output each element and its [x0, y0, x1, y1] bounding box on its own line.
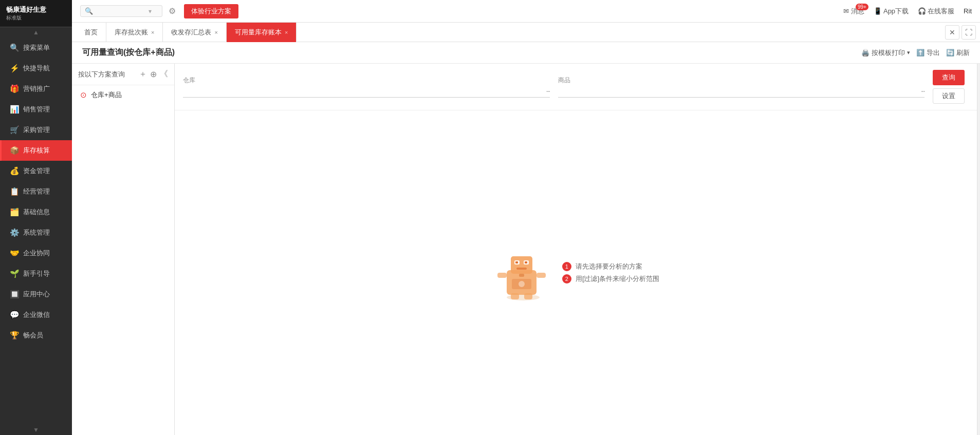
empty-tip-1: 1 请先选择要分析的方案: [562, 262, 659, 271]
tip-num-2: 2: [562, 274, 571, 283]
sidebar-item-sales-label: 销售管理: [23, 105, 50, 114]
collapse-icon[interactable]: 《: [160, 69, 168, 80]
export-btn[interactable]: ⬆️ 导出: [916, 48, 940, 58]
left-panel-item-warehouse-product[interactable]: ⊙ 仓库+商品: [72, 85, 174, 105]
page-title: 可用量查询(按仓库+商品): [82, 47, 175, 58]
sidebar-item-newbie-label: 新手引导: [23, 269, 50, 278]
page-actions: 🖨️ 按模板打印 ▾ ⬆️ 导出 🔄 刷新: [861, 48, 970, 58]
product-more-icon[interactable]: ···: [921, 87, 924, 96]
warehouse-product-label: 仓库+商品: [91, 90, 122, 100]
sidebar: 畅康通好生意 标准版 ▲ 🔍 搜索菜单 ⚡ 快捷导航 🎁 营销推广 📊 销售管理…: [0, 0, 72, 435]
sidebar-item-purchase[interactable]: 🛒 采购管理: [0, 120, 72, 140]
tab-available-qty-close[interactable]: ×: [285, 29, 288, 35]
tab-summary-close[interactable]: ×: [214, 29, 217, 35]
sidebar-item-sales[interactable]: 📊 销售管理: [0, 99, 72, 120]
svg-point-10: [519, 281, 525, 287]
sidebar-item-newbie[interactable]: 🌱 新手引导: [0, 263, 72, 284]
message-icon[interactable]: ✉ 消息 99+: [843, 7, 864, 16]
tab-batch-close[interactable]: ×: [151, 29, 154, 35]
purchase-icon: 🛒: [10, 125, 19, 135]
product-label: 商品: [558, 76, 925, 85]
refresh-label: 刷新: [956, 48, 970, 58]
filter-row: 仓库 ··· 商品 ··· 查询 设置: [175, 64, 977, 110]
sidebar-scroll-down[interactable]: ▼: [0, 425, 72, 435]
warehouse-label: 仓库: [183, 76, 550, 85]
left-panel-actions: ＋ ⊕ 《: [139, 69, 168, 80]
sidebar-menu: 🔍 搜索菜单 ⚡ 快捷导航 🎁 营销推广 📊 销售管理 🛒 采购管理 📦 库存核…: [0, 37, 72, 425]
add-icon[interactable]: ＋: [139, 69, 147, 80]
print-btn[interactable]: 🖨️ 按模板打印 ▾: [861, 48, 910, 58]
empty-state: 1 请先选择要分析的方案 2 用[过滤]条件来缩小分析范围: [175, 110, 977, 435]
warehouse-more-icon[interactable]: ···: [546, 87, 549, 96]
svg-rect-5: [515, 261, 518, 263]
topbar-search-input[interactable]: [95, 8, 146, 15]
sidebar-item-system[interactable]: ⚙️ 系统管理: [0, 222, 72, 243]
tab-home-label: 首页: [84, 28, 98, 37]
online-service-link[interactable]: 🎧 在线客服: [918, 7, 954, 16]
brand-name: 畅康通好生意: [6, 5, 66, 14]
tab-summary-label: 收发存汇总表: [171, 28, 211, 37]
sidebar-scroll-up[interactable]: ▲: [0, 27, 72, 37]
empty-content: 1 请先选择要分析的方案 2 用[过滤]条件来缩小分析范围: [492, 242, 659, 304]
quicknav-icon: ⚡: [10, 64, 19, 73]
sidebar-item-purchase-label: 采购管理: [23, 125, 50, 135]
tip-num-1: 1: [562, 262, 571, 271]
marketing-icon: 🎁: [10, 84, 19, 93]
topbar-right: ✉ 消息 99+ 📱 App下载 🎧 在线客服 Rit: [843, 7, 972, 16]
print-chevron-icon[interactable]: ▾: [907, 49, 910, 56]
tip-text-2: 用[过滤]条件来缩小分析范围: [576, 274, 659, 283]
topbar: 🔍 ▾ ⚙ 体验行业方案 ✉ 消息 99+ 📱 App下载 🎧 在线客服 Rit: [72, 0, 980, 23]
left-panel: 按以下方案查询 ＋ ⊕ 《 ⊙ 仓库+商品: [72, 64, 175, 435]
tabs-controls: ✕ ⛶: [945, 25, 976, 40]
warehouse-input-row: ···: [183, 87, 550, 98]
tabs-bar: 首页 库存批次账 × 收发存汇总表 × 可用量库存账本 × ✕ ⛶: [72, 23, 980, 42]
sidebar-item-marketing[interactable]: 🎁 营销推广: [0, 79, 72, 99]
tab-available-qty[interactable]: 可用量库存账本 ×: [227, 23, 297, 42]
refresh-icon: 🔄: [946, 49, 954, 56]
tab-maximize-btn[interactable]: ⛶: [961, 25, 976, 40]
right-scrollbar[interactable]: [977, 64, 980, 435]
sidebar-item-member[interactable]: 🏆 畅会员: [0, 325, 72, 346]
sales-icon: 📊: [10, 105, 19, 114]
settings-button[interactable]: 设置: [933, 88, 965, 104]
app-download-link[interactable]: 📱 App下载: [874, 7, 909, 16]
left-panel-title: 按以下方案查询: [78, 70, 125, 79]
app-download-label: App下载: [883, 7, 909, 16]
search-icon: 🔍: [10, 43, 19, 52]
refresh-btn[interactable]: 🔄 刷新: [946, 48, 970, 58]
industry-btn[interactable]: 体验行业方案: [184, 4, 238, 18]
empty-tips: 1 请先选择要分析的方案 2 用[过滤]条件来缩小分析范围: [562, 262, 659, 283]
settings-icon[interactable]: ⊕: [150, 69, 157, 79]
sidebar-item-enterprise-wechat[interactable]: 💬 企业微信: [0, 305, 72, 325]
sidebar-item-basic-info[interactable]: 🗂️ 基础信息: [0, 202, 72, 222]
finance-icon: 💰: [10, 166, 19, 176]
user-name[interactable]: Rit: [964, 7, 972, 15]
gear-icon[interactable]: ⚙: [169, 6, 176, 16]
svg-rect-11: [497, 273, 507, 278]
tab-close-btn[interactable]: ✕: [945, 25, 959, 40]
sidebar-header: 畅康通好生意 标准版: [0, 0, 72, 27]
export-label: 导出: [927, 48, 940, 58]
warehouse-filter: 仓库 ···: [183, 76, 550, 98]
tab-batch-label: 库存批次账: [115, 28, 148, 37]
product-input[interactable]: [558, 88, 919, 96]
sidebar-item-enterprise[interactable]: 🤝 企业协同: [0, 243, 72, 263]
newbie-icon: 🌱: [10, 269, 19, 278]
sidebar-item-inventory[interactable]: 📦 库存核算: [0, 140, 72, 161]
tab-batch-account[interactable]: 库存批次账 ×: [106, 23, 163, 42]
sidebar-item-search[interactable]: 🔍 搜索菜单: [0, 37, 72, 58]
sidebar-item-finance[interactable]: 💰 资金管理: [0, 161, 72, 181]
product-input-row: ···: [558, 87, 925, 98]
svg-rect-2: [511, 256, 532, 274]
query-button[interactable]: 查询: [933, 70, 965, 85]
warehouse-input[interactable]: [183, 88, 544, 96]
sidebar-item-app-center[interactable]: 🔲 应用中心: [0, 284, 72, 305]
chevron-down-icon[interactable]: ▾: [149, 8, 152, 15]
tab-home[interactable]: 首页: [76, 23, 106, 42]
sidebar-item-quick-nav[interactable]: ⚡ 快捷导航: [0, 58, 72, 79]
system-icon: ⚙️: [10, 228, 19, 237]
sidebar-item-management[interactable]: 📋 经营管理: [0, 181, 72, 202]
search-icon: 🔍: [85, 7, 93, 15]
topbar-search-box[interactable]: 🔍 ▾: [80, 5, 162, 17]
tab-summary[interactable]: 收发存汇总表 ×: [163, 23, 226, 42]
